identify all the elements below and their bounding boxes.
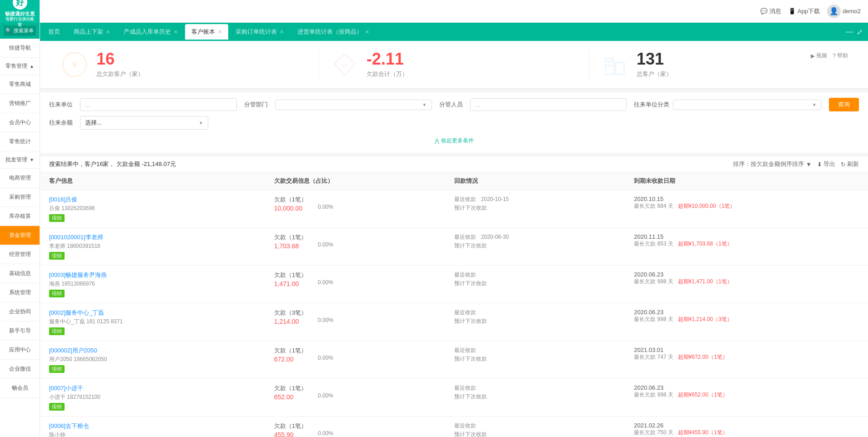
svg-rect-6 (607, 60, 609, 63)
stat-label-total: 总客户（家） (637, 70, 803, 78)
from-unit-input[interactable]: ... (80, 98, 237, 111)
sidebar-item-purchase[interactable]: 采购管理 (0, 188, 40, 207)
tab-production[interactable]: 产成品入库单历史 ✕ (117, 24, 184, 40)
recovery-next: 预计下次收款 (454, 355, 634, 363)
customer-name-link[interactable]: [0016]吕俊 (49, 196, 274, 204)
manager-input[interactable]: ... (470, 98, 627, 111)
debt-amount: 1,703.68 (274, 242, 307, 250)
overdue-link[interactable]: 超期¥652.00（1笔） (678, 392, 728, 398)
sidebar-item-system[interactable]: 系统管理 (0, 283, 40, 302)
sidebar-item-retail-mgmt[interactable]: 零售管理 ▲ (0, 58, 40, 75)
export-icon: ⬇ (817, 161, 822, 168)
tab-close-purchase[interactable]: ✕ (280, 29, 284, 35)
diamond-icon: ◇ (330, 50, 359, 79)
dept-input[interactable]: ▼ (275, 100, 432, 110)
sort-selector[interactable]: 排序：按欠款金额倒序排序 ▼ (733, 160, 812, 168)
chevron-down-icon: ▼ (30, 157, 34, 162)
sidebar-item-basic-info[interactable]: 基础信息 (0, 264, 40, 283)
tab-close-import[interactable]: ✕ (365, 29, 369, 35)
message-icon: 💬 (760, 8, 768, 15)
collapse-filter-button[interactable]: ⋀ 收起更多条件 (49, 134, 859, 147)
tab-purchase-order[interactable]: 采购订单统计表 ✕ (229, 24, 290, 40)
tab-customer-account[interactable]: 客户账本 ✕ (185, 24, 228, 40)
sidebar-item-ops[interactable]: 经营管理 (0, 245, 40, 264)
sidebar-item-marketing[interactable]: 营销推广 (0, 94, 40, 113)
unit-class-input[interactable]: ▼ (673, 100, 822, 110)
sidebar-item-finance[interactable]: 资金管理 (0, 226, 40, 245)
sidebar-item-inventory[interactable]: 库存核算 (0, 207, 40, 226)
overdue-link[interactable]: 超期¥1,214.00（3笔） (678, 316, 733, 322)
result-info: 搜索结果中，客户16家， 欠款金额 -21,148.07元 (49, 160, 176, 168)
customer-name-link[interactable]: [0003]畅捷服务尹海燕 (49, 271, 274, 279)
debt-count: 欠款（3笔） (274, 309, 307, 317)
overdue-link[interactable]: 超期¥1,471.00（1笔） (678, 278, 733, 285)
customer-badge: 现销 (49, 214, 65, 222)
table-row: [0007]小进干 小进干 18279152100 现销 欠款（1笔） 652.… (40, 379, 868, 417)
tabs-minimize-button[interactable]: — (846, 28, 853, 36)
customer-phone: 陈小帅 (49, 431, 274, 437)
sidebar-item-retail-stats[interactable]: 零售统计 (0, 132, 40, 151)
chevron-down-icon: ▼ (422, 102, 427, 107)
recovery-col: 最近收款 2020-06-30 预计下次收款 (454, 233, 634, 260)
sidebar-item-member[interactable]: 会员中心 (0, 113, 40, 132)
customer-name-link[interactable]: [0001020001]李老师 (49, 233, 274, 241)
sidebar-logo-text: 畅捷通好生意 母婴行业演示账套 (4, 10, 36, 28)
refresh-button[interactable]: ↻ 刷新 (841, 160, 859, 168)
customer-name-link[interactable]: [0007]小进干 (49, 384, 274, 392)
message-button[interactable]: 💬 消息 (760, 7, 781, 15)
customer-phone: 服务中心_丁磊 181 0125 8371 (49, 318, 274, 326)
svg-text:¥: ¥ (71, 59, 78, 70)
money-icon: ¥ (60, 50, 89, 79)
debt-percent: 0.00% (318, 355, 333, 361)
overdue-link[interactable]: 超期¥672.00（1笔） (678, 354, 728, 360)
app-download-button[interactable]: 📱 App下载 (788, 7, 820, 15)
customer-name-link[interactable]: [0006]去下粮仓 (49, 422, 274, 430)
sidebar-item-app-center[interactable]: 应用中心 (0, 341, 40, 360)
balance-select[interactable]: 选择... ▼ (80, 116, 208, 130)
help-button[interactable]: ? 帮助 (833, 52, 848, 60)
customer-phone: 小进干 18279152100 (49, 393, 274, 401)
search-button[interactable]: 查询 (829, 98, 859, 111)
sidebar-item-enterprise[interactable]: 企业协同 (0, 302, 40, 321)
overdue-link[interactable]: 超期¥10,000.00（1笔） (678, 203, 736, 209)
tab-close-production[interactable]: ✕ (174, 29, 178, 35)
stats-header: ¥ 16 总欠款客户（家） ◇ (40, 41, 868, 89)
user-menu-button[interactable]: 👤 demo2 (827, 5, 861, 18)
due-date-col: 2021.02.26 最长欠款 750 天 超期¥455.90（1笔） (634, 422, 859, 437)
result-bar: 搜索结果中，客户16家， 欠款金额 -21,148.07元 排序：按欠款金额倒序… (40, 156, 868, 172)
debt-percent: 0.00% (318, 392, 333, 399)
sidebar-logo[interactable]: 好 畅捷通好生意 母婴行业演示账套 (0, 0, 40, 23)
filter-dept: 分管部门 ▼ (244, 100, 432, 110)
sidebar-item-vip[interactable]: 畅会员 (0, 379, 40, 398)
debt-percent: 0.00% (318, 279, 333, 286)
sidebar-item-wechat[interactable]: 企业微信 (0, 360, 40, 379)
sidebar-item-quick-nav[interactable]: 快捷导航 (0, 39, 40, 58)
chevron-down-icon: ▼ (199, 121, 203, 126)
due-date-col: 2020.06.23 最长欠款 998 天 超期¥652.00（1笔） (634, 384, 859, 411)
video-button[interactable]: ▶ 视频 (811, 52, 827, 60)
refresh-icon: ↻ (841, 161, 846, 168)
tab-import-stats[interactable]: 进货单统计表（按商品） ✕ (291, 24, 376, 40)
debt-percent: 0.00% (318, 241, 333, 248)
recovery-next: 预计下次收款 (454, 431, 634, 437)
col-header-recovery: 回款情况 (454, 177, 634, 185)
overdue-link[interactable]: 超期¥455.90（1笔） (678, 429, 728, 436)
tab-home[interactable]: 首页 (42, 24, 66, 40)
customer-info-col: [0002]服务中心_丁磊 服务中心_丁磊 181 0125 8371 现销 (49, 309, 274, 335)
tab-products[interactable]: 商品上下架 ✕ (67, 24, 116, 40)
export-button[interactable]: ⬇ 导出 (817, 160, 835, 168)
sidebar-item-retail-store[interactable]: 零售商城 (0, 75, 40, 94)
help-icon: ? (833, 53, 836, 59)
sidebar-item-newbie[interactable]: 新手引导 (0, 321, 40, 341)
customer-name-link[interactable]: [0002]服务中心_丁磊 (49, 309, 274, 317)
tab-close-products[interactable]: ✕ (106, 29, 110, 35)
sidebar-item-ecommerce[interactable]: 电商管理 (0, 169, 40, 188)
tabs-maximize-button[interactable]: ⤢ (857, 28, 863, 36)
overdue-link[interactable]: 超期¥1,703.68（1笔） (678, 241, 733, 247)
tab-close-customer[interactable]: ✕ (218, 29, 222, 35)
table-row: [000002]用户2050 用户2050 18665062050 现销 欠款（… (40, 341, 868, 379)
customer-name-link[interactable]: [000002]用户2050 (49, 347, 274, 355)
table-row: [0002]服务中心_丁磊 服务中心_丁磊 181 0125 8371 现销 欠… (40, 303, 868, 341)
sidebar-item-wholesale[interactable]: 批发管理 ▼ (0, 151, 40, 169)
due-date: 2020.06.23 (634, 384, 859, 391)
